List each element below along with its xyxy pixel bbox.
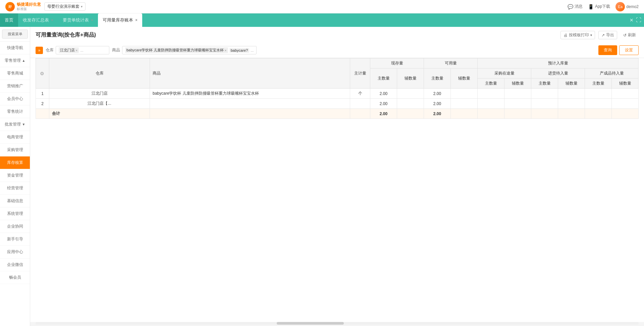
search-menu-btn[interactable]: 搜索菜单 — [2, 30, 28, 39]
sidebar: 搜索菜单 快捷导航 零售管理 ▲ 零售商城 营销推广 会员中心 零售统计 批发管… — [0, 27, 30, 326]
product-tag1-close[interactable]: × — [224, 48, 226, 52]
warehouse-filter: 仓库 江北门店 × ... — [46, 46, 109, 54]
th-stock-aux: 辅数量 — [397, 68, 424, 89]
product-tag2: babycare? — [229, 48, 249, 53]
tab-available-stock-close[interactable]: × — [135, 18, 138, 22]
warehouse-tag: 江北门店 × — [59, 47, 79, 53]
sidebar-item-member[interactable]: 会员中心 — [0, 93, 30, 105]
app-download-label: App下载 — [595, 4, 610, 9]
tab-order-stats[interactable]: 要货单统计表 × — [58, 13, 98, 27]
product-input[interactable]: babycare学饮杯 儿童防摔防撞吸管杯重力球吸嘴杯宝宝水杯 × babyca… — [122, 46, 257, 54]
cell-product — [150, 99, 350, 109]
tab-receivable[interactable]: 收发存汇总表 × — [18, 13, 58, 27]
message-icon: 💬 — [568, 4, 573, 9]
sidebar-item-inventory[interactable]: 库存核算 — [0, 156, 30, 169]
horizontal-scrollbar[interactable] — [36, 322, 639, 325]
content-area: 可用量查询(按仓库+商品) 🖨 按模板打印 ▾ ↗ 导出 ↺ 刷新 — [30, 27, 644, 326]
app-name: 畅捷通好生意 — [17, 2, 41, 7]
total-production-aux — [612, 109, 639, 119]
app-download-btn[interactable]: 📱 App下载 — [588, 4, 610, 9]
th-avail-aux: 辅数量 — [451, 68, 478, 89]
refresh-btn[interactable]: ↺ 刷新 — [621, 31, 639, 39]
sidebar-item-purchase[interactable]: 采购管理 — [0, 144, 30, 156]
sidebar-item-appcenter[interactable]: 应用中心 — [0, 246, 30, 259]
table-container: ⚙ 仓库 商品 主计量 现存量 可用量 预计入库量 主数量 辅数量 主数量 辅数… — [30, 58, 644, 322]
sidebar-item-retail-stats[interactable]: 零售统计 — [0, 105, 30, 118]
main-layout: 搜索菜单 快捷导航 零售管理 ▲ 零售商城 营销推广 会员中心 零售统计 批发管… — [0, 27, 644, 326]
th-settings: ⚙ — [36, 58, 49, 89]
tab-order-stats-close[interactable]: × — [91, 18, 93, 22]
sidebar-item-retail-mgmt[interactable]: 零售管理 ▲ — [0, 54, 30, 67]
sidebar-item-wholesale-mgmt[interactable]: 批发管理 ▼ — [0, 118, 30, 131]
header-left: 好 畅捷通好生意 标准版 母婴行业演示账套 ▾ — [5, 2, 86, 11]
total-stock-aux — [397, 109, 424, 119]
sidebar-item-marketing[interactable]: 营销推广 — [0, 80, 30, 93]
th-purchase-main: 主数量 — [478, 79, 504, 89]
industry-selector[interactable]: 母婴行业演示账套 ▾ — [44, 2, 86, 11]
product-tag1-value: babycare学饮杯 儿童防摔防撞吸管杯重力球吸嘴杯宝宝水杯 — [126, 48, 224, 53]
message-label: 消息 — [575, 4, 583, 9]
total-stock-main: 2.00 — [370, 109, 397, 119]
total-purchase-main — [478, 109, 504, 119]
sidebar-item-ecommerce[interactable]: 电商管理 — [0, 131, 30, 144]
industry-label: 母婴行业演示账套 — [47, 4, 79, 9]
sidebar-item-finance[interactable]: 资金管理 — [0, 169, 30, 182]
warehouse-tag-close[interactable]: × — [75, 48, 77, 52]
app-subtitle: 标准版 — [17, 7, 41, 11]
close-all-icon[interactable]: × — [630, 17, 633, 24]
sidebar-item-quick-nav[interactable]: 快捷导航 — [0, 42, 30, 54]
header-right: 💬 消息 📱 App下载 Ea demo2 — [568, 2, 639, 11]
th-avail-main: 主数量 — [424, 68, 451, 89]
cell-no: 2 — [36, 99, 49, 109]
filter-expand-btn[interactable]: » — [36, 47, 43, 54]
cell-warehouse: 江北门店 — [49, 89, 150, 99]
cell-unit: 个 — [350, 89, 370, 99]
query-btn[interactable]: 查询 — [598, 45, 617, 55]
cell-purchase-aux — [504, 89, 531, 99]
download-icon: 📱 — [588, 4, 594, 9]
cell-incoming-main — [531, 89, 558, 99]
user-area[interactable]: Ea demo2 — [615, 2, 639, 11]
chevron-down-icon-2: ▼ — [22, 123, 25, 126]
page-title-row: 可用量查询(按仓库+商品) 🖨 按模板打印 ▾ ↗ 导出 ↺ 刷新 — [36, 31, 639, 39]
sidebar-item-operations[interactable]: 经营管理 — [0, 182, 30, 195]
tab-home-label: 首页 — [5, 17, 13, 23]
total-empty2 — [150, 109, 350, 119]
nav-tabs-right: × ⛶ — [630, 17, 644, 24]
message-btn[interactable]: 💬 消息 — [568, 4, 583, 9]
product-label: 商品 — [112, 47, 120, 53]
sidebar-item-system[interactable]: 系统管理 — [0, 207, 30, 220]
sidebar-item-wechat[interactable]: 企业微信 — [0, 259, 30, 271]
cell-production-main — [585, 89, 612, 99]
sidebar-item-member2[interactable]: 畅会员 — [0, 271, 30, 284]
tab-receivable-close[interactable]: × — [51, 18, 53, 22]
warehouse-tag-value: 江北门店 — [60, 48, 75, 53]
sidebar-item-newguide[interactable]: 新手引导 — [0, 233, 30, 246]
th-incoming: 进货待入量 — [531, 68, 585, 79]
print-btn[interactable]: 🖨 按模板打印 ▾ — [560, 31, 595, 39]
scrollbar-thumb[interactable] — [277, 322, 344, 325]
cell-production-aux — [612, 89, 639, 99]
th-main-unit: 主计量 — [350, 58, 370, 89]
warehouse-input[interactable]: 江北门店 × ... — [56, 46, 109, 54]
total-avail-aux — [451, 109, 478, 119]
total-empty3 — [350, 109, 370, 119]
gear-icon[interactable]: ⚙ — [39, 70, 45, 77]
sidebar-item-enterprise[interactable]: 企业协同 — [0, 220, 30, 233]
total-production-main — [585, 109, 612, 119]
total-purchase-aux — [504, 109, 531, 119]
cell-no: 1 — [36, 89, 49, 99]
export-btn[interactable]: ↗ 导出 — [598, 31, 617, 39]
tab-home[interactable]: 首页 — [0, 13, 18, 27]
tab-available-stock[interactable]: 可用量库存账本 × — [98, 13, 142, 27]
avatar: Ea — [615, 2, 625, 11]
setting-btn[interactable]: 设置 — [619, 45, 639, 55]
sidebar-item-retail-mall[interactable]: 零售商城 — [0, 67, 30, 80]
sidebar-item-basics[interactable]: 基础信息 — [0, 195, 30, 207]
filter-actions: 查询 设置 — [598, 45, 639, 55]
tab-order-stats-label: 要货单统计表 — [63, 17, 89, 23]
fullscreen-icon[interactable]: ⛶ — [636, 17, 641, 23]
total-avail-main: 2.00 — [424, 109, 451, 119]
total-empty1 — [36, 109, 49, 119]
cell-incoming-aux — [558, 99, 585, 109]
